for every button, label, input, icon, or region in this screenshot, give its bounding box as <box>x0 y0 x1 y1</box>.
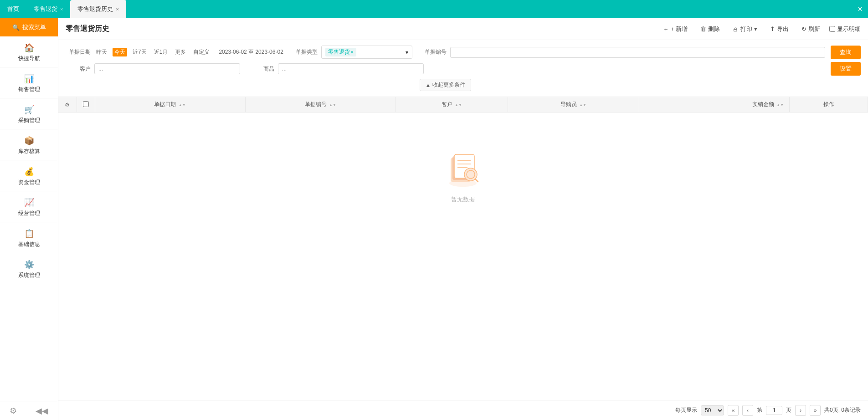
th-action: 操作 <box>790 97 868 113</box>
purchase-icon: 🛒 <box>24 105 34 115</box>
print-button[interactable]: 🖨 打印 ▾ <box>729 23 761 35</box>
tab-retail-return-history-label: 零售退货历史 <box>77 5 113 13</box>
table-area: ⚙ 单据日期 ▲▼ 单据编号 ▲▼ <box>58 97 868 400</box>
tab-retail-return[interactable]: 零售退货 × <box>26 0 70 18</box>
empty-state-cell: 暂无数据 <box>58 113 868 222</box>
customer-filter-input[interactable]: ... <box>94 63 240 74</box>
goods-filter-input[interactable]: ... <box>278 63 424 74</box>
data-table: ⚙ 单据日期 ▲▼ 单据编号 ▲▼ <box>58 97 868 222</box>
sidebar-item-system[interactable]: ⚙️ 系统管理 <box>0 253 58 284</box>
collapse-button[interactable]: ▲ 收起更多条件 <box>420 79 472 91</box>
th-amount: 实销金额 ▲▼ <box>639 97 790 113</box>
sidebar-item-purchase-label: 采购管理 <box>18 117 40 124</box>
page-label: 第 <box>757 406 762 414</box>
page-first-button[interactable]: « <box>728 405 739 416</box>
select-all-checkbox[interactable] <box>83 101 89 107</box>
date-filter-label: 单据日期 <box>66 48 91 56</box>
sidebar-search-label: 搜索菜单 <box>22 23 46 31</box>
tab-retail-return-close[interactable]: × <box>60 6 63 12</box>
finance-icon: 💰 <box>24 167 34 177</box>
sidebar-item-basic-info-label: 基础信息 <box>18 241 40 248</box>
filter-action-col: 查询 设置 <box>825 46 861 91</box>
date-opt-today[interactable]: 今天 <box>113 48 127 56</box>
print-icon: 🖨 <box>733 26 739 32</box>
export-button[interactable]: ⬆ 导出 <box>766 23 792 35</box>
th-amount-sort[interactable]: ▲▼ <box>776 103 784 107</box>
th-date-sort[interactable]: ▲▼ <box>179 103 186 107</box>
table-header-row: ⚙ 单据日期 ▲▼ 单据编号 ▲▼ <box>58 97 868 113</box>
delete-icon: 🗑 <box>700 26 706 32</box>
header-actions: ＋ + 新增 🗑 删除 🖨 打印 ▾ ⬆ 导出 ↻ <box>659 23 861 35</box>
sidebar-item-purchase[interactable]: 🛒 采购管理 <box>0 98 58 129</box>
delete-label: 删除 <box>708 25 720 33</box>
business-icon: 📈 <box>24 198 34 208</box>
date-opt-more[interactable]: 更多 <box>173 48 188 56</box>
display-detail-checkbox[interactable] <box>829 26 835 32</box>
export-icon: ⬆ <box>770 26 775 32</box>
filter-main: 单据日期 昨天 今天 近7天 近1月 更多 自定义 2023-06-02 至 2… <box>66 46 825 91</box>
display-detail-check[interactable]: 显示明细 <box>829 25 861 33</box>
th-amount-label: 实销金额 <box>752 101 774 108</box>
main-layout: 🔍 搜索菜单 🏠 快捷导航 📊 销售管理 🛒 采购管理 📦 库存核算 💰 <box>0 18 868 420</box>
sidebar-menu: 🏠 快捷导航 📊 销售管理 🛒 采购管理 📦 库存核算 💰 资金管理 📈 <box>0 36 58 401</box>
customer-filter-field: 客户 ... <box>66 63 240 74</box>
export-label: 导出 <box>777 25 789 33</box>
delete-button[interactable]: 🗑 删除 <box>697 23 724 35</box>
window-close-button[interactable]: × <box>858 5 863 14</box>
sidebar-item-inventory[interactable]: 📦 库存核算 <box>0 129 58 160</box>
th-number: 单据编号 ▲▼ <box>245 97 395 113</box>
page-next-button[interactable]: › <box>795 405 806 416</box>
print-dropdown-icon: ▾ <box>754 26 757 32</box>
refresh-button[interactable]: ↻ 刷新 <box>798 23 824 35</box>
th-date: 单据日期 ▲▼ <box>95 97 245 113</box>
customer-filter-label: 客户 <box>66 65 91 73</box>
filter-settings-button[interactable]: 设置 <box>831 62 861 76</box>
th-customer-label: 客户 <box>442 101 452 108</box>
sidebar-item-inventory-label: 库存核算 <box>18 148 40 155</box>
sidebar-item-business[interactable]: 📈 经营管理 <box>0 191 58 222</box>
sidebar-item-sales-label: 销售管理 <box>18 86 40 93</box>
goods-filter-label: 商品 <box>249 65 274 73</box>
per-page-label: 每页显示 <box>675 406 697 414</box>
date-options: 昨天 今天 近7天 近1月 更多 自定义 <box>94 48 211 56</box>
type-filter-label: 单据类型 <box>293 48 318 56</box>
new-button[interactable]: ＋ + 新增 <box>659 23 691 35</box>
settings-bottom-icon[interactable]: ⚙ <box>10 406 17 416</box>
per-page-select[interactable]: 50 10 20 100 <box>701 405 724 415</box>
sidebar-bottom: ⚙ ◀◀ <box>0 401 58 420</box>
th-customer-sort[interactable]: ▲▼ <box>455 103 462 107</box>
tab-retail-return-history[interactable]: 零售退货历史 × <box>70 0 126 18</box>
sidebar-item-business-label: 经营管理 <box>18 210 40 217</box>
tab-retail-return-history-close[interactable]: × <box>116 6 118 12</box>
sidebar-item-finance[interactable]: 💰 资金管理 <box>0 160 58 191</box>
tab-home[interactable]: 首页 <box>0 0 26 18</box>
tab-retail-return-label: 零售退货 <box>34 5 57 13</box>
pagination-bar: 每页显示 50 10 20 100 « ‹ 第 页 › » 共0页, 0条记录 <box>58 400 868 420</box>
collapse-up-icon: ▲ <box>426 82 431 88</box>
date-opt-custom[interactable]: 自定义 <box>191 48 211 56</box>
sidebar-item-basic-info[interactable]: 📋 基础信息 <box>0 222 58 253</box>
th-guide: 导购员 ▲▼ <box>508 97 639 113</box>
sidebar-item-quick-nav[interactable]: 🏠 快捷导航 <box>0 36 58 67</box>
sidebar-search[interactable]: 🔍 搜索菜单 <box>0 18 58 36</box>
date-opt-yesterday[interactable]: 昨天 <box>94 48 109 56</box>
query-button[interactable]: 查询 <box>831 46 861 59</box>
date-opt-1month[interactable]: 近1月 <box>152 48 170 56</box>
type-select[interactable]: 零售退货 × ▾ <box>321 46 412 59</box>
th-settings[interactable]: ⚙ <box>58 97 77 113</box>
th-guide-sort[interactable]: ▲▼ <box>579 103 586 107</box>
page-last-button[interactable]: » <box>810 405 821 416</box>
num-filter-input[interactable] <box>450 47 825 58</box>
th-number-sort[interactable]: ▲▼ <box>329 103 336 107</box>
filter-row-2: 客户 ... 商品 ... <box>66 63 825 74</box>
th-checkbox[interactable] <box>77 97 95 113</box>
type-tag-close[interactable]: × <box>351 50 354 55</box>
page-header: 零售退货历史 ＋ + 新增 🗑 删除 🖨 打印 ▾ ⬆ 导出 <box>58 18 868 40</box>
page-prev-button[interactable]: ‹ <box>742 405 753 416</box>
page-number-input[interactable] <box>766 406 782 415</box>
audio-bottom-icon[interactable]: ◀◀ <box>36 406 48 416</box>
filter-container: 单据日期 昨天 今天 近7天 近1月 更多 自定义 2023-06-02 至 2… <box>66 46 861 91</box>
sidebar-item-sales[interactable]: 📊 销售管理 <box>0 67 58 98</box>
svg-line-9 <box>475 179 478 182</box>
date-opt-7days[interactable]: 近7天 <box>131 48 149 56</box>
